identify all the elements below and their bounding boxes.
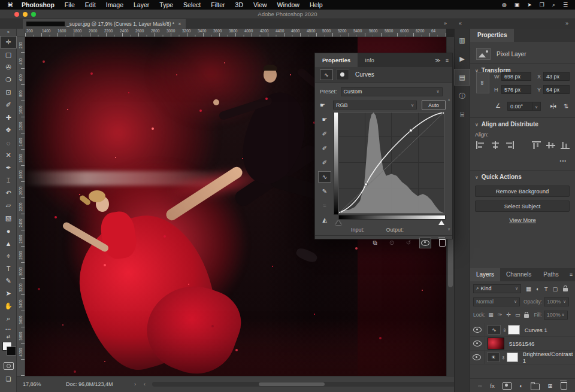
- targeted-adjustment-icon[interactable]: ☛: [319, 114, 331, 124]
- brush-tool[interactable]: ✒: [0, 162, 17, 174]
- blend-mode-dropdown[interactable]: Normal ∨: [473, 297, 520, 306]
- layer-mask-icon[interactable]: [336, 69, 349, 80]
- horizontal-ruler[interactable]: 2001400160018002000220024002600280030003…: [25, 29, 446, 37]
- panel-collapse-icon[interactable]: ≫: [435, 57, 440, 63]
- search-icon[interactable]: ⌕: [552, 2, 555, 8]
- edit-points-icon[interactable]: ∿: [319, 172, 331, 182]
- highlight-input-slider[interactable]: [438, 220, 444, 225]
- lock-transparency-icon[interactable]: ▦: [488, 312, 494, 318]
- align-top-icon[interactable]: [532, 141, 541, 149]
- flip-horizontal-icon[interactable]: ▸|◂: [550, 103, 555, 109]
- smooth-icon[interactable]: ≈: [319, 200, 331, 211]
- align-vertical-center-icon[interactable]: [546, 141, 555, 149]
- menu-layer[interactable]: Layer: [134, 1, 149, 8]
- rectangular-marquee-tool[interactable]: ▢: [0, 48, 17, 61]
- tab-paths[interactable]: Paths: [537, 268, 565, 281]
- info-panel-icon[interactable]: ⓘ: [455, 88, 470, 104]
- lock-all-icon[interactable]: [524, 314, 529, 318]
- delete-layer-icon[interactable]: [561, 382, 567, 390]
- tab-layers[interactable]: Layers: [470, 268, 500, 281]
- layer-mask-thumbnail[interactable]: [507, 353, 518, 362]
- gray-point-eyedropper-icon[interactable]: ✐: [319, 143, 331, 153]
- targeted-adjustment-icon[interactable]: ☛: [320, 102, 333, 108]
- dock-collapse-icon[interactable]: «: [459, 20, 461, 26]
- control-center-icon[interactable]: ☰: [563, 2, 568, 8]
- link-dimensions-icon[interactable]: ∞: [476, 72, 489, 93]
- healing-brush-tool[interactable]: ❖: [0, 124, 17, 136]
- fill-dropdown[interactable]: 100% ∨: [544, 311, 568, 320]
- menu-3d[interactable]: 3D: [235, 1, 243, 8]
- gradient-tool[interactable]: ▧: [0, 212, 17, 224]
- clipping-display-icon[interactable]: ◭: [319, 215, 331, 225]
- curves-grid[interactable]: [338, 112, 444, 214]
- vertical-ruler[interactable]: 2004006008001000120014001600180020002200…: [17, 37, 25, 376]
- crop-tool[interactable]: ⊡: [0, 86, 17, 99]
- select-subject-button[interactable]: Select Subject: [475, 200, 570, 212]
- mask-link-icon[interactable]: ∞: [502, 328, 507, 332]
- align-horizontal-center-icon[interactable]: [491, 141, 500, 149]
- actions-panel-icon[interactable]: ▶: [455, 51, 470, 66]
- scroll-up-icon[interactable]: ∧: [447, 98, 450, 102]
- new-group-icon[interactable]: [531, 382, 540, 390]
- add-layer-mask-icon[interactable]: [503, 382, 512, 390]
- curves-tab-info[interactable]: Info: [358, 53, 382, 67]
- align-section-header[interactable]: ∨Align and Distribute: [475, 121, 538, 127]
- layer-name[interactable]: 51561546: [509, 341, 534, 347]
- y-field[interactable]: 64 px: [543, 85, 570, 94]
- path-selection-tool[interactable]: ➤: [0, 287, 17, 300]
- menu-photoshop[interactable]: Photoshop: [22, 1, 55, 8]
- curves-tab-properties[interactable]: Properties: [315, 53, 358, 67]
- spot-healing-brush-tool[interactable]: ✚: [0, 111, 17, 124]
- scroll-down-icon[interactable]: ∨: [447, 227, 450, 232]
- menu-edit[interactable]: Edit: [85, 1, 96, 8]
- filter-shape-icon[interactable]: ▢: [553, 285, 558, 292]
- menu-file[interactable]: File: [65, 1, 75, 8]
- panel-menu-icon[interactable]: ≡: [446, 57, 449, 63]
- shadow-input-slider[interactable]: [335, 220, 341, 225]
- patch-tool[interactable]: ◌: [0, 136, 17, 149]
- menu-image[interactable]: Image: [106, 1, 123, 8]
- toolbar-collapse-icon[interactable]: »: [0, 29, 16, 36]
- layer-visibility-eye-icon[interactable]: [470, 351, 485, 364]
- filter-type-icon[interactable]: T: [544, 285, 548, 292]
- panel-menu-icon[interactable]: ≡: [570, 268, 573, 281]
- dock-expand-icon[interactable]: »: [565, 20, 568, 26]
- kind-filter-dropdown[interactable]: ⌕ Kind ∨: [473, 284, 521, 293]
- zoom-level[interactable]: 17,86%: [23, 381, 41, 387]
- history-brush-tool[interactable]: ↶: [0, 187, 17, 199]
- sharpen-tool[interactable]: ▲: [0, 237, 17, 250]
- creative-cloud-icon[interactable]: ◍: [502, 2, 507, 8]
- align-bottom-icon[interactable]: [561, 141, 570, 149]
- filter-pixel-icon[interactable]: ▦: [526, 285, 531, 292]
- rotation-dropdown-icon[interactable]: ∨: [532, 102, 541, 111]
- link-layers-icon[interactable]: ∞: [478, 382, 482, 389]
- quick-mask-icon[interactable]: [4, 362, 14, 370]
- eraser-tool[interactable]: ▱: [0, 199, 17, 212]
- layer-visibility-eye-icon[interactable]: [470, 323, 485, 336]
- swatches-panel-icon[interactable]: ▥: [455, 32, 470, 48]
- layer-effects-icon[interactable]: fx: [490, 382, 494, 389]
- layer-row-curves[interactable]: ∿ ∞ Curves 1: [470, 323, 575, 337]
- lock-artboard-icon[interactable]: ▭: [515, 312, 520, 318]
- color-swatches[interactable]: [1, 342, 16, 357]
- view-more-link[interactable]: View More: [470, 217, 575, 223]
- brightness-adjustment-thumbnail[interactable]: ☀: [487, 353, 500, 362]
- move-tool[interactable]: ✛: [0, 36, 17, 48]
- cursor-icon[interactable]: ➤: [527, 2, 532, 8]
- clone-stamp-tool[interactable]: ⌶: [0, 174, 17, 187]
- lock-paint-icon[interactable]: ✑: [498, 312, 503, 318]
- tone-curve[interactable]: [339, 113, 444, 213]
- lock-position-icon[interactable]: ✛: [506, 312, 511, 318]
- status-menu-chevron[interactable]: ›: [134, 381, 136, 387]
- zoom-tool[interactable]: ⌕: [0, 312, 17, 325]
- width-field[interactable]: 698 px: [501, 72, 531, 81]
- new-layer-icon[interactable]: ⊞: [547, 382, 552, 389]
- clone-source-panel-icon[interactable]: ⌸: [455, 107, 470, 122]
- pen-tool[interactable]: ✎: [0, 275, 17, 287]
- background-color-swatch[interactable]: [7, 347, 16, 355]
- quick-actions-header[interactable]: ∨Quick Actions: [475, 174, 522, 180]
- channel-dropdown[interactable]: RGB ∨: [333, 101, 417, 110]
- layer-row-image[interactable]: 51561546: [470, 337, 575, 351]
- image-layer-thumbnail[interactable]: [488, 338, 504, 350]
- flip-vertical-icon[interactable]: ⇅: [564, 103, 568, 110]
